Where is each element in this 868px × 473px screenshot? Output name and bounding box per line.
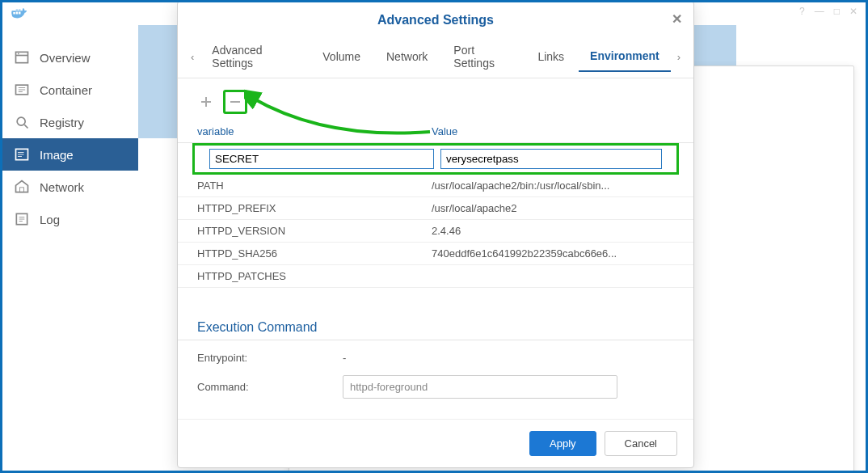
svg-rect-13 bbox=[20, 188, 24, 192]
command-row: Command: bbox=[178, 364, 693, 399]
col-header-variable: variable bbox=[197, 125, 432, 137]
tab-links[interactable]: Links bbox=[526, 42, 575, 71]
env-value-cell: /usr/local/apache2 bbox=[432, 202, 674, 214]
sidebar: Overview Container Registry Image Networ… bbox=[2, 25, 138, 471]
minimize-icon[interactable]: — bbox=[815, 6, 824, 17]
image-icon bbox=[14, 146, 30, 163]
remove-var-button[interactable] bbox=[223, 90, 247, 114]
tab-next-icon[interactable]: › bbox=[674, 46, 684, 68]
svg-line-8 bbox=[24, 125, 27, 128]
sidebar-item-label: Container bbox=[40, 83, 92, 97]
tab-environment[interactable]: Environment bbox=[579, 41, 671, 72]
env-value-input[interactable] bbox=[440, 149, 662, 169]
env-value-cell: 740eddf6e1c641992b22359cabc66e6... bbox=[432, 247, 674, 260]
col-header-value: Value bbox=[432, 125, 674, 137]
sidebar-item-log[interactable]: Log bbox=[2, 203, 138, 235]
sidebar-item-label: Overview bbox=[40, 51, 91, 65]
log-icon bbox=[14, 211, 30, 227]
advanced-settings-dialog: Advanced Settings ✕ ‹ Advanced Settings … bbox=[177, 1, 694, 468]
cancel-button[interactable]: Cancel bbox=[605, 431, 677, 456]
env-table-header: variable Value bbox=[178, 120, 693, 143]
entrypoint-value: - bbox=[343, 352, 346, 364]
env-value-cell bbox=[432, 270, 674, 282]
dialog-footer: Apply Cancel bbox=[178, 419, 693, 467]
close-icon[interactable]: ✕ bbox=[672, 11, 682, 27]
sidebar-item-label: Log bbox=[40, 213, 60, 226]
exec-command-heading: Execution Command bbox=[178, 307, 693, 340]
registry-icon bbox=[14, 114, 30, 130]
env-variable-input[interactable] bbox=[209, 149, 434, 169]
env-toolbar bbox=[178, 78, 693, 120]
sidebar-item-image[interactable]: Image bbox=[2, 138, 138, 171]
tab-prev-icon[interactable]: ‹ bbox=[188, 46, 197, 68]
entrypoint-row: Entrypoint: - bbox=[178, 340, 693, 364]
maximize-icon[interactable]: □ bbox=[834, 6, 840, 17]
env-variable-cell: HTTPD_VERSION bbox=[197, 225, 432, 237]
env-value-cell: 2.4.46 bbox=[432, 225, 674, 237]
sidebar-item-registry[interactable]: Registry bbox=[2, 106, 138, 138]
container-icon bbox=[14, 82, 30, 98]
minus-icon bbox=[229, 95, 242, 108]
env-variable-cell: HTTPD_PREFIX bbox=[197, 202, 432, 214]
tab-network[interactable]: Network bbox=[375, 42, 439, 71]
tab-bar: ‹ Advanced Settings Volume Network Port … bbox=[178, 36, 693, 78]
close-window-icon[interactable]: ✕ bbox=[849, 6, 857, 17]
svg-point-7 bbox=[17, 117, 25, 125]
help-icon[interactable]: ? bbox=[799, 6, 805, 17]
env-variable-cell: HTTPD_SHA256 bbox=[197, 247, 432, 260]
sidebar-item-label: Registry bbox=[40, 116, 84, 129]
sidebar-item-container[interactable]: Container bbox=[2, 74, 138, 106]
env-row[interactable]: PATH /usr/local/apache2/bin:/usr/local/s… bbox=[178, 175, 693, 197]
overview-icon bbox=[14, 49, 30, 65]
sidebar-item-network[interactable]: Network bbox=[2, 171, 138, 203]
apply-button[interactable]: Apply bbox=[529, 431, 596, 456]
tab-port-settings[interactable]: Port Settings bbox=[442, 36, 523, 78]
command-label: Command: bbox=[197, 381, 343, 393]
plus-icon bbox=[200, 95, 213, 108]
env-row[interactable]: HTTPD_PATCHES bbox=[178, 265, 693, 288]
tab-volume[interactable]: Volume bbox=[311, 42, 372, 71]
sidebar-item-label: Network bbox=[40, 180, 84, 194]
dialog-title: Advanced Settings ✕ bbox=[178, 2, 693, 36]
svg-point-2 bbox=[18, 53, 19, 55]
add-var-button[interactable] bbox=[196, 91, 217, 112]
command-input[interactable] bbox=[343, 375, 617, 399]
env-row[interactable]: HTTPD_VERSION 2.4.46 bbox=[178, 220, 693, 243]
svg-rect-0 bbox=[16, 52, 28, 62]
env-row-selected[interactable] bbox=[192, 143, 679, 175]
dialog-title-text: Advanced Settings bbox=[377, 13, 494, 27]
env-value-cell: /usr/local/apache2/bin:/usr/local/sbin..… bbox=[432, 179, 674, 192]
window-controls: ? — □ ✕ bbox=[799, 6, 857, 17]
network-icon bbox=[14, 179, 30, 195]
env-row[interactable]: HTTPD_SHA256 740eddf6e1c641992b22359cabc… bbox=[178, 243, 693, 265]
env-variable-cell: PATH bbox=[197, 179, 432, 192]
env-row[interactable]: HTTPD_PREFIX /usr/local/apache2 bbox=[178, 197, 693, 220]
env-variable-cell: HTTPD_PATCHES bbox=[197, 270, 432, 282]
sidebar-item-label: Image bbox=[40, 148, 74, 162]
entrypoint-label: Entrypoint: bbox=[197, 352, 343, 364]
docker-logo-icon bbox=[11, 5, 27, 23]
tab-advanced-settings[interactable]: Advanced Settings bbox=[200, 36, 308, 78]
sidebar-item-overview[interactable]: Overview bbox=[2, 41, 138, 74]
